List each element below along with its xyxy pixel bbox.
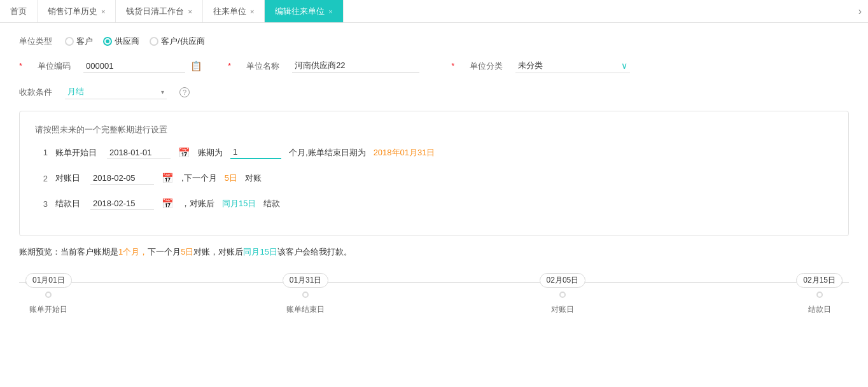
timeline-badge-4: 02月15日 (796, 273, 843, 288)
close-tab-edit[interactable]: × (328, 8, 332, 15)
preview-section: 账期预览：当前客户账期是1个月，下一个月5日对账，对账后同月15日该客户会给我打… (19, 246, 849, 315)
timeline-label-3: 对账日 (551, 304, 574, 315)
radio-supplier-circle (103, 37, 112, 46)
timeline-point-4: 02月15日 结款日 (796, 273, 843, 315)
payment-terms-chevron-icon: ▾ (161, 88, 164, 95)
preview-reconcile-post: 对账，对账后 (193, 247, 243, 257)
preview-reconcile-pre: 下一个月 (148, 247, 181, 257)
timeline-points: 01月01日 账单开始日 01月31日 账单结束日 02月05日 对账日 02月… (25, 273, 843, 315)
start-date-input[interactable] (107, 146, 171, 159)
timeline-point-3: 02月05日 对账日 (540, 273, 586, 315)
radio-customer-circle (65, 37, 74, 46)
close-tab-daily[interactable]: × (188, 8, 192, 15)
timeline-label-4: 结款日 (808, 304, 831, 315)
settings-card: 请按照未来的一个完整帐期进行设置 1 账单开始日 📅 账期为 个月,账单结束日期… (19, 111, 849, 236)
reconcile-date-label: 对账日 (55, 172, 80, 184)
code-required-star: * (19, 61, 22, 71)
timeline-dot-2 (302, 292, 309, 298)
payment-date-label: 结款日 (55, 198, 80, 209)
radio-customer[interactable]: 客户 (65, 36, 93, 47)
timeline-dot-3 (559, 292, 566, 298)
timeline-dot-1 (45, 292, 52, 298)
reconcile-calendar-icon[interactable]: 📅 (162, 172, 174, 184)
category-chevron-icon: ∨ (621, 60, 627, 71)
preview-text: 账期预览：当前客户账期是1个月，下一个月5日对账，对账后同月15日该客户会给我打… (19, 246, 849, 258)
timeline-badge-1: 01月01日 (25, 273, 72, 288)
payment-day-highlight: 同月15日 (222, 198, 256, 209)
row-num-1: 1 (35, 148, 48, 157)
unit-code-label: 单位编码 (38, 60, 71, 72)
payment-terms-label: 收款条件 (19, 87, 52, 98)
payment-terms-dropdown[interactable]: 月结 ▾ (65, 85, 167, 99)
card-hint-text: 请按照未来的一个完整帐期进行设置 (35, 124, 833, 136)
tab-home[interactable]: 首页 (0, 0, 38, 22)
start-date-label: 账单开始日 (55, 147, 97, 158)
unit-type-radio-group: 客户 供应商 客户/供应商 (65, 36, 205, 47)
timeline-point-2: 01月31日 账单结束日 (283, 273, 329, 315)
name-required-star: * (228, 61, 231, 71)
unit-info-row: * 单位编码 📋 * 单位名称 * 单位分类 未分类 ∨ (19, 59, 849, 73)
radio-both-circle (150, 37, 158, 46)
unit-category-value: 未分类 (518, 60, 619, 71)
tab-daily-clear[interactable]: 钱货日清工作台 × (116, 0, 202, 22)
config-row-2: 2 对账日 📅 ,下一个月5日对账 (35, 172, 833, 185)
unit-category-label: 单位分类 (470, 60, 503, 72)
help-icon[interactable]: ? (179, 87, 190, 97)
unit-code-icon[interactable]: 📋 (190, 60, 202, 72)
payment-suffix-pre: ，对账后 (181, 198, 214, 209)
reconcile-date-input[interactable] (90, 172, 154, 185)
payment-calendar-icon[interactable]: 📅 (162, 198, 174, 209)
unit-code-input[interactable] (83, 60, 185, 73)
reconcile-day-highlight: 5日 (225, 172, 237, 184)
tab-edit-unit[interactable]: 编辑往来单位 × (265, 0, 343, 22)
tab-more-button[interactable]: › (852, 0, 868, 22)
reconcile-suffix-post: 对账 (245, 172, 262, 184)
main-content: 单位类型 客户 供应商 客户/供应商 * 单位编码 📋 * 单位名称 * (0, 23, 868, 387)
close-tab-sales[interactable]: × (101, 8, 105, 15)
row-num-2: 2 (35, 174, 48, 183)
timeline-point-1: 01月01日 账单开始日 (25, 273, 72, 315)
preview-label: 账期预览：当前客户账期是 (19, 247, 118, 257)
payment-terms-value: 月结 (67, 86, 84, 97)
tab-units[interactable]: 往来单位 × (203, 0, 265, 22)
timeline-badge-3: 02月05日 (540, 273, 586, 288)
close-tab-units[interactable]: × (250, 8, 254, 15)
unit-name-input[interactable] (292, 60, 419, 73)
radio-both[interactable]: 客户/供应商 (150, 36, 205, 47)
timeline-badge-2: 01月31日 (283, 273, 329, 288)
period-input[interactable] (230, 146, 281, 159)
period-unit-label: 个月,账单结束日期为 (289, 147, 366, 158)
start-date-calendar-icon[interactable]: 📅 (178, 147, 190, 158)
timeline-label-2: 账单结束日 (286, 304, 325, 315)
period-label: 账期为 (198, 147, 223, 158)
reconcile-suffix-pre: ,下一个月 (181, 172, 217, 184)
radio-supplier[interactable]: 供应商 (103, 36, 139, 47)
unit-category-dropdown[interactable]: 未分类 ∨ (515, 59, 630, 73)
unit-type-label: 单位类型 (19, 36, 52, 47)
payment-date-input[interactable] (90, 197, 154, 210)
tab-sales-history[interactable]: 销售订单历史 × (38, 0, 116, 22)
unit-code-field: 📋 (83, 60, 202, 73)
preview-reconcile-highlight: 5日 (181, 247, 193, 257)
preview-period-highlight: 1个月， (118, 247, 148, 257)
config-row-3: 3 结款日 📅 ，对账后同月15日结款 (35, 197, 833, 210)
payment-suffix-post: 结款 (263, 198, 280, 209)
row-num-3: 3 (35, 199, 48, 209)
end-date-value: 2018年01月31日 (374, 147, 435, 158)
config-row-1: 1 账单开始日 📅 账期为 个月,账单结束日期为 2018年01月31日 (35, 146, 833, 159)
preview-payment-highlight: 同月15日 (243, 247, 277, 257)
unit-type-row: 单位类型 客户 供应商 客户/供应商 (19, 36, 849, 47)
preview-payment-post: 该客户会给我打款。 (277, 247, 352, 257)
tab-bar: 首页 销售订单历史 × 钱货日清工作台 × 往来单位 × 编辑往来单位 × › (0, 0, 868, 23)
timeline-dot-4 (816, 292, 823, 298)
timeline-label-1: 账单开始日 (29, 304, 67, 315)
timeline: 01月01日 账单开始日 01月31日 账单结束日 02月05日 对账日 02月… (19, 273, 849, 315)
unit-name-label: 单位名称 (246, 60, 279, 72)
payment-terms-row: 收款条件 月结 ▾ ? (19, 85, 849, 99)
cat-required-star: * (451, 61, 454, 71)
